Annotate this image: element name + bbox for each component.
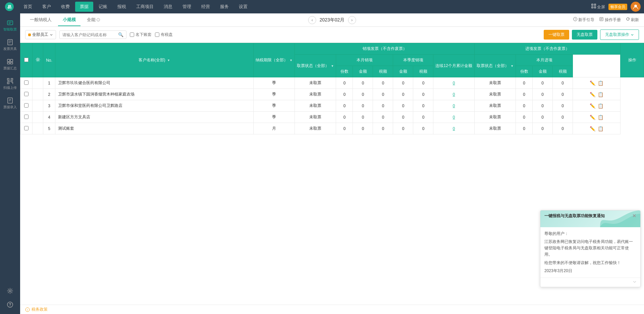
sales-12m-link-3[interactable]: 0 — [453, 115, 455, 120]
row-sales-status-0: 未取票 — [295, 77, 336, 89]
row-detail-btn-4 — [33, 123, 43, 134]
nav-ticket[interactable]: 票据 — [75, 2, 93, 12]
my-accounts-checkbox[interactable] — [130, 33, 134, 37]
sidebar-item-summary[interactable]: 票据汇总 — [1, 56, 19, 73]
notification-apology: 给您带来的不便敬请谅解，祝您工作愉快！ — [544, 260, 636, 266]
detail-btn-3[interactable]: 📋 — [598, 115, 603, 120]
row-purchase-month-tax-2: 0 — [553, 100, 573, 112]
detail-btn-1[interactable]: 📋 — [598, 92, 603, 97]
row-checkbox-1[interactable] — [24, 92, 29, 96]
nav-bookkeeping[interactable]: 记账 — [94, 2, 112, 12]
search-wrap: 🔍 — [59, 30, 126, 39]
sales-12m-link-4[interactable]: 0 — [453, 126, 455, 131]
svg-rect-4 — [592, 7, 593, 8]
top-nav-right: 全屏 畅享会员 — [591, 2, 641, 12]
guide-icon: ? — [573, 17, 577, 21]
my-accounts-text: 名下账套 — [136, 32, 152, 38]
row-purchase-month-amount-0: 0 — [533, 77, 553, 89]
sales-status-filter-icon[interactable]: ▼ — [331, 64, 334, 68]
diskless-op-label: 无盘取票操作 — [605, 32, 629, 38]
chevron-down-icon — [50, 33, 53, 37]
notification-content: 江苏政务网已恢复访问电子税务局功能，易代账一键登陆电子税务局与无盘取票相关功能可… — [544, 239, 636, 258]
nav-billing[interactable]: 收费 — [56, 2, 74, 12]
nav-operations[interactable]: 经营 — [197, 2, 215, 12]
sales-12m-link-0[interactable]: 0 — [453, 81, 455, 85]
sidebar-item-scan[interactable]: 扫描上传 — [1, 75, 19, 93]
nav-service[interactable]: 服务 — [215, 2, 233, 12]
th-sales-month: 本月销项 — [336, 55, 393, 66]
user-avatar[interactable] — [631, 2, 641, 12]
detail-btn-2[interactable]: 📋 — [598, 103, 603, 109]
detail-btn-4[interactable]: 📋 — [598, 126, 603, 131]
row-period-1: 季 — [253, 89, 294, 100]
row-sales-quarter-tax-2: 0 — [413, 100, 433, 112]
nav-client[interactable]: 客户 — [38, 2, 56, 12]
sidebar-item-settings-bottom[interactable] — [1, 285, 19, 297]
guide-btn[interactable]: ? 新手引导 — [573, 17, 594, 23]
row-checkbox-0[interactable] — [24, 80, 29, 85]
th-sales-status: 取票状态（全部） ▼ — [295, 55, 336, 77]
refresh-icon — [626, 17, 630, 21]
date-prev-btn[interactable]: ‹ — [308, 16, 316, 24]
sidebar-item-help[interactable] — [1, 299, 19, 311]
member-badge[interactable]: 畅享会员 — [608, 4, 627, 10]
diskless-ticket-btn[interactable]: 无盘取票 — [572, 30, 597, 40]
edit-btn-0[interactable]: ✏️ — [590, 80, 595, 86]
purchase-status-filter-icon[interactable]: ▼ — [511, 64, 514, 68]
diskless-op-btn[interactable]: 无盘取票操作 — [600, 29, 639, 40]
sidebar-item-entry[interactable]: 票据录入 — [1, 95, 19, 112]
sidebar-item-smart-ticket[interactable]: 智能取票 — [1, 17, 19, 35]
row-checkbox-3[interactable] — [24, 115, 29, 119]
edit-btn-2[interactable]: ✏️ — [590, 103, 595, 109]
tax-policy-link[interactable]: 税务政策 — [32, 307, 48, 312]
nav-tax[interactable]: 报税 — [113, 2, 131, 12]
select-all-checkbox[interactable] — [24, 58, 29, 62]
tab-all-capable[interactable]: 全能 ☆ — [82, 14, 105, 26]
one-click-ticket-btn[interactable]: 一键取票 — [544, 30, 569, 40]
row-sales-12m-0: 0 — [433, 77, 474, 89]
sidebar-item-invoice[interactable]: 发票开具 — [1, 36, 19, 54]
search-icon[interactable]: 🔍 — [118, 32, 123, 37]
refresh-btn[interactable]: 刷新 — [626, 17, 639, 23]
edit-btn-4[interactable]: ✏️ — [590, 126, 595, 131]
row-sales-12m-3: 0 — [433, 112, 474, 123]
sales-12m-link-1[interactable]: 0 — [453, 92, 455, 97]
th-settings — [33, 43, 43, 77]
nav-message[interactable]: 消息 — [159, 2, 177, 12]
detail-btn-0[interactable]: 📋 — [598, 80, 603, 86]
sales-12m-link-2[interactable]: 0 — [453, 104, 455, 108]
row-purchase-month-num-2: 0 — [516, 100, 533, 112]
svg-rect-15 — [7, 82, 9, 84]
nav-home[interactable]: 首页 — [19, 2, 37, 12]
employee-select[interactable]: 全部员工 — [25, 30, 56, 39]
my-accounts-label[interactable]: 名下账套 — [130, 32, 152, 38]
row-sales-quarter-tax-0: 0 — [413, 77, 433, 89]
tax-disk-checkbox[interactable] — [155, 33, 159, 37]
row-detail-btn-2 — [33, 100, 43, 112]
tax-period-filter-icon[interactable]: ▼ — [289, 59, 292, 62]
tax-disk-label[interactable]: 有税盘 — [155, 32, 173, 38]
select-dot — [28, 34, 31, 36]
tab-general-taxpayer[interactable]: 一般纳税人 — [25, 14, 56, 26]
diskless-op-chevron-icon — [631, 33, 634, 37]
nav-settings[interactable]: 设置 — [234, 2, 252, 12]
row-actions-1: ✏️ 📋 — [573, 89, 621, 100]
row-checkbox-2[interactable] — [24, 103, 29, 108]
manual-btn[interactable]: 操作手册 — [599, 17, 621, 23]
row-checkbox-4[interactable] — [24, 126, 29, 130]
nav-manage[interactable]: 管理 — [178, 2, 196, 12]
client-name-filter-icon[interactable]: ▼ — [167, 59, 170, 62]
th-tax-period: 纳税期限（全部） ▼ — [253, 43, 294, 77]
date-next-btn[interactable]: › — [348, 16, 356, 24]
search-input[interactable] — [62, 33, 118, 37]
tab-small-scale[interactable]: 小规模 — [58, 14, 80, 26]
edit-btn-3[interactable]: ✏️ — [590, 115, 595, 120]
th-no: No. — [43, 43, 55, 77]
table-row: 5 测试账套 月 未取票 0 0 0 0 0 0 未取票 0 0 0 ✏️ 📋 — [20, 123, 644, 134]
fullscreen-btn[interactable]: 全屏 — [591, 4, 605, 10]
th-purchase-month-num: 份数 — [516, 66, 533, 77]
settings-icon[interactable] — [36, 57, 40, 62]
nav-business[interactable]: 工商项目 — [131, 2, 158, 12]
notification-close-btn[interactable]: ✕ — [632, 213, 636, 218]
edit-btn-1[interactable]: ✏️ — [590, 92, 595, 97]
